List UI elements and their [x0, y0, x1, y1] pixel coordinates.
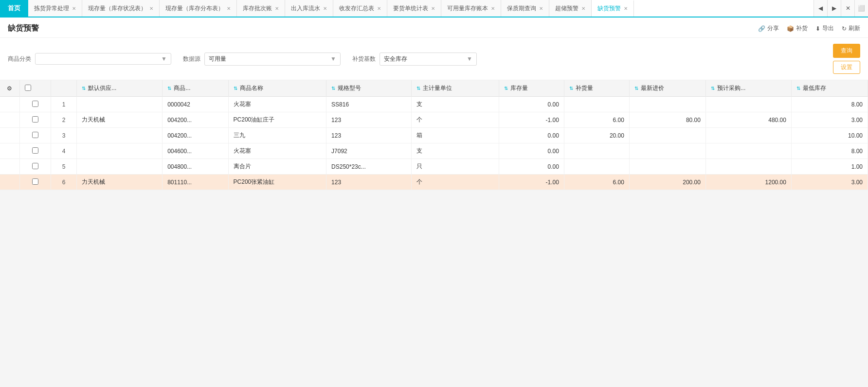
row-num: 2: [51, 112, 77, 128]
row-latest-price: [629, 143, 705, 159]
row-checkbox[interactable]: [32, 132, 38, 138]
tab-stock-status-close[interactable]: ✕: [149, 6, 153, 11]
row-settings-cell: [0, 112, 19, 128]
row-latest-price: [629, 128, 705, 143]
replenish-select[interactable]: 安全库存 ▼: [380, 53, 477, 66]
row-checkbox-cell[interactable]: [19, 112, 51, 128]
tab-stock-dist[interactable]: 现存量（库存分布表） ✕: [160, 0, 237, 17]
col-replenish-qty[interactable]: ⇅ 补货量: [564, 80, 629, 97]
tab-stock-dist-close[interactable]: ✕: [227, 6, 231, 11]
row-product-name: 三九: [228, 128, 326, 143]
tab-receive-summary-close[interactable]: ✕: [377, 6, 381, 11]
row-supplier: [77, 159, 163, 175]
tab-available-ledger-label: 可用量库存账本: [447, 4, 488, 13]
tab-expiry-query-close[interactable]: ✕: [539, 6, 543, 11]
row-checkbox[interactable]: [32, 116, 38, 123]
row-replenish-qty: [564, 159, 629, 175]
tab-abnormal[interactable]: 拣货异常处理 ✕: [28, 0, 82, 17]
row-unit: 支: [411, 97, 499, 112]
row-replenish-qty: 6.00: [564, 175, 629, 190]
table-container: ⚙ ⇅ 默认供应... ⇅ 商品... ⇅: [0, 80, 868, 190]
tab-overstock[interactable]: 超储预警 ✕: [549, 0, 592, 17]
col-est-purchase[interactable]: ⇅ 预计采购...: [705, 80, 791, 97]
tab-stock-status-label: 现存量（库存状况表）: [88, 4, 146, 13]
share-button[interactable]: 🔗 分享: [758, 24, 779, 33]
tab-batch-account-close[interactable]: ✕: [275, 6, 279, 11]
col-latest-price[interactable]: ⇅ 最新进价: [629, 80, 705, 97]
refresh-icon: ↻: [842, 25, 847, 32]
select-all-checkbox[interactable]: [25, 85, 31, 91]
tab-order-stats-label: 要货单统计表: [393, 4, 428, 13]
query-button[interactable]: 查询: [833, 44, 860, 58]
category-select[interactable]: ▼: [35, 53, 171, 65]
settings-button[interactable]: 设置: [833, 61, 860, 74]
tab-expiry-query[interactable]: 保质期查询 ✕: [501, 0, 549, 17]
col-min-stock[interactable]: ⇅ 最低库存: [791, 80, 868, 97]
col-unit[interactable]: ⇅ 主计量单位: [411, 80, 499, 97]
row-product-code: 004200...: [163, 112, 228, 128]
tab-order-stats[interactable]: 要货单统计表 ✕: [387, 0, 441, 17]
row-settings-cell: [0, 143, 19, 159]
tab-available-ledger[interactable]: 可用量库存账本 ✕: [441, 0, 501, 17]
tab-order-stats-close[interactable]: ✕: [431, 6, 435, 11]
row-num: 4: [51, 143, 77, 159]
category-select-value: [39, 55, 41, 62]
tab-close-button[interactable]: ✕: [841, 0, 854, 17]
tab-inout-flow[interactable]: 出入库流水 ✕: [285, 0, 333, 17]
tab-available-ledger-close[interactable]: ✕: [491, 6, 495, 11]
row-min-stock: 3.00: [791, 112, 868, 128]
tab-shortage[interactable]: 缺货预警 ✕: [592, 0, 634, 17]
settings-gear-icon: ⚙: [7, 85, 12, 92]
col-product-code-label: 商品...: [174, 85, 190, 91]
row-replenish-qty: 20.00: [564, 128, 629, 143]
row-checkbox[interactable]: [32, 147, 38, 154]
tab-abnormal-close[interactable]: ✕: [72, 6, 76, 11]
tab-stock-status[interactable]: 现存量（库存状况表） ✕: [82, 0, 160, 17]
tab-maximize-button[interactable]: ⬜: [854, 0, 868, 17]
row-unit: 只: [411, 159, 499, 175]
row-min-stock: 8.00: [791, 143, 868, 159]
replenish-button[interactable]: 📦 补货: [787, 24, 808, 33]
row-spec: J7092: [326, 143, 412, 159]
col-settings[interactable]: ⚙: [0, 80, 19, 97]
col-est-purchase-sort-icon: ⇅: [711, 86, 715, 91]
tab-shortage-close[interactable]: ✕: [624, 6, 628, 11]
tab-home[interactable]: 首页: [0, 0, 28, 17]
row-settings-cell: [0, 97, 19, 112]
tab-overstock-label: 超储预警: [555, 4, 579, 13]
row-unit: 箱: [411, 128, 499, 143]
tab-prev-button[interactable]: ◀: [814, 0, 827, 17]
refresh-button[interactable]: ↻ 刷新: [842, 24, 860, 33]
row-checkbox[interactable]: [32, 178, 38, 185]
row-spec: 123: [326, 112, 412, 128]
tab-receive-summary[interactable]: 收发存汇总表 ✕: [333, 0, 387, 17]
col-product-code[interactable]: ⇅ 商品...: [163, 80, 228, 97]
filter-row: 商品分类 ▼ 数据源 可用量 ▼ 补货基数 安全库存 ▼ 查询 设置: [0, 38, 868, 80]
category-select-arrow: ▼: [161, 55, 167, 62]
tab-inout-flow-close[interactable]: ✕: [323, 6, 327, 11]
col-spec[interactable]: ⇅ 规格型号: [326, 80, 412, 97]
datasource-select[interactable]: 可用量 ▼: [204, 53, 341, 66]
row-checkbox[interactable]: [32, 101, 38, 107]
row-spec: 123: [326, 128, 412, 143]
replenish-value: 安全库存: [384, 55, 407, 63]
tab-overstock-close[interactable]: ✕: [581, 6, 585, 11]
tab-next-button[interactable]: ▶: [827, 0, 841, 17]
tab-batch-account[interactable]: 库存批次账 ✕: [237, 0, 285, 17]
row-min-stock: 8.00: [791, 97, 868, 112]
row-checkbox[interactable]: [32, 163, 38, 169]
row-checkbox-cell[interactable]: [19, 175, 51, 190]
col-stock[interactable]: ⇅ 库存量: [499, 80, 564, 97]
table-header-row: ⚙ ⇅ 默认供应... ⇅ 商品... ⇅: [0, 80, 868, 97]
row-checkbox-cell[interactable]: [19, 128, 51, 143]
col-checkbox[interactable]: [19, 80, 51, 97]
row-product-code: 004600...: [163, 143, 228, 159]
col-spec-sort-icon: ⇅: [331, 86, 335, 91]
row-checkbox-cell[interactable]: [19, 143, 51, 159]
export-button[interactable]: ⬇ 导出: [815, 24, 834, 33]
replenish-filter-group: 补货基数 安全库存 ▼: [352, 53, 477, 66]
row-checkbox-cell[interactable]: [19, 97, 51, 112]
row-checkbox-cell[interactable]: [19, 159, 51, 175]
col-supplier[interactable]: ⇅ 默认供应...: [77, 80, 163, 97]
col-product-name[interactable]: ⇅ 商品名称: [228, 80, 326, 97]
